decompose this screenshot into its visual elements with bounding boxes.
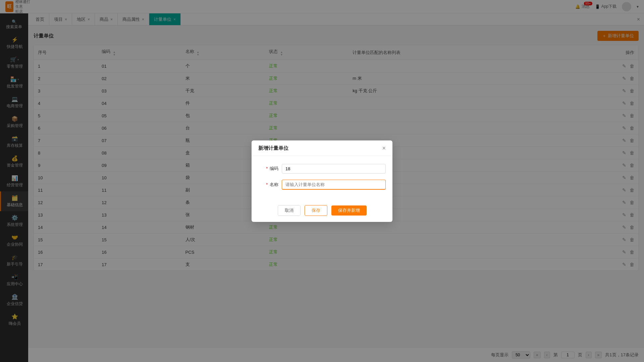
name-label: * 名称 [258,182,278,188]
modal-close-btn[interactable]: × [382,145,386,151]
add-unit-modal: 新增计量单位 × * 编码 * 名称 取消 保存 保存并新增 [252,140,392,222]
modal-header: 新增计量单位 × [252,140,392,156]
modal-overlay: 新增计量单位 × * 编码 * 名称 取消 保存 保存并新增 [0,0,644,362]
code-required-mark: * [266,166,268,171]
name-required-mark: * [266,182,268,187]
name-form-row: * 名称 [258,180,386,190]
modal-title: 新增计量单位 [258,145,288,152]
code-input[interactable] [282,164,386,174]
modal-body: * 编码 * 名称 [252,156,392,201]
code-label: * 编码 [258,166,278,172]
name-input[interactable] [282,180,386,190]
save-and-new-button[interactable]: 保存并新增 [331,205,367,216]
save-button[interactable]: 保存 [305,205,327,216]
modal-footer: 取消 保存 保存并新增 [252,201,392,222]
code-form-row: * 编码 [258,164,386,174]
cancel-button[interactable]: 取消 [278,205,301,216]
